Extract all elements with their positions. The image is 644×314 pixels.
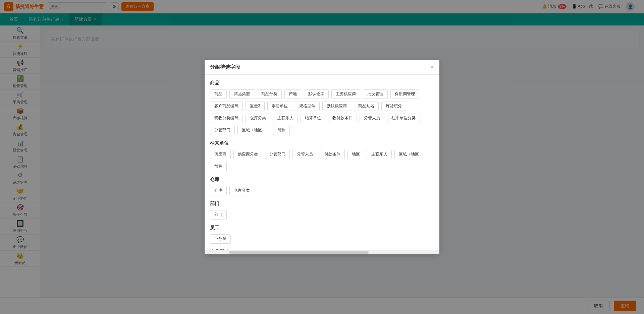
field-tags-employee: 业务员 [210,234,434,244]
modal-title: 分组待选字段 [210,64,240,70]
field-tag[interactable]: 批次管理 [363,89,388,99]
field-tag[interactable]: 商品类型 [229,89,254,99]
section-title-employee: 员工 [210,225,434,231]
field-tag[interactable]: 主要供应商 [331,89,360,99]
field-select-modal: 分组待选字段 × 商品商品商品类型商品分类产地默认仓库主要供应商批次管理保质期管… [205,60,439,254]
field-tag[interactable]: 区域（地区） [237,126,270,135]
field-tag[interactable]: 商品 [210,89,227,99]
field-tag[interactable]: 保质期管理 [390,89,419,99]
field-tag[interactable]: 仓库分类 [229,186,254,195]
modal-header: 分组待选字段 × [205,60,439,75]
field-tag[interactable]: 往来单位分类 [387,114,420,123]
field-tag[interactable]: 产地 [284,89,301,99]
field-tag[interactable]: 收付款条件 [328,114,357,123]
section-title-warehouse: 仓库 [210,177,434,183]
field-tag[interactable]: 客户商品编码 [210,102,243,111]
field-tag[interactable]: 主联系人 [273,114,298,123]
field-tag[interactable]: 区域（地区） [394,150,427,159]
field-tags-department: 部门 [210,210,434,219]
field-tag[interactable]: 简称 [210,162,227,171]
field-tag[interactable]: 简称 [273,126,290,135]
field-tag[interactable]: 地区 [347,150,364,159]
field-tag[interactable]: 分管部门 [265,150,290,159]
field-tag[interactable]: 规格型号 [295,102,320,111]
field-tag[interactable]: 仓库分类 [246,114,270,123]
field-tag[interactable]: 仓库 [210,186,227,195]
field-tags-goods: 商品商品类型商品分类产地默认仓库主要供应商批次管理保质期管理客户商品编码重量3零… [210,89,434,135]
field-tags-warehouse: 仓库仓库分类 [210,186,434,195]
field-tag[interactable]: 业务员 [210,234,231,244]
section-title-partner: 往来单位 [210,140,434,146]
section-goods: 商品商品商品类型商品分类产地默认仓库主要供应商批次管理保质期管理客户商品编码重量… [210,80,434,135]
field-tag[interactable]: 默认仓库 [304,89,329,99]
field-tag[interactable]: 分管人员 [292,150,317,159]
modal-body[interactable]: 商品商品商品类型商品分类产地默认仓库主要供应商批次管理保质期管理客户商品编码重量… [205,75,439,250]
section-employee: 员工业务员 [210,225,434,244]
field-tag[interactable]: 默认供应商 [322,102,351,111]
field-tag[interactable]: 税收分类编码 [210,114,243,123]
modal-overlay: 分组待选字段 × 商品商品商品类型商品分类产地默认仓库主要供应商批次管理保质期管… [0,0,644,314]
field-tag[interactable]: 分管人员 [360,114,384,123]
modal-horizontal-scrollbar[interactable] [205,250,439,254]
field-tag[interactable]: 供应商分类 [233,150,262,159]
field-tag[interactable]: 重量3 [246,102,265,111]
field-tag[interactable]: 分管部门 [210,126,235,135]
field-tag[interactable]: 零售单位 [267,102,292,111]
field-tag[interactable]: 部门 [210,210,227,219]
section-department: 部门部门 [210,201,434,219]
field-tag[interactable]: 主联系人 [367,150,392,159]
field-tag[interactable]: 付款条件 [320,150,345,159]
scrollbar-thumb [229,251,369,254]
section-title-department: 部门 [210,201,434,207]
field-tags-partner: 供应商供应商分类分管部门分管人员付款条件地区主联系人区域（地区）简称 [210,150,434,171]
field-tag[interactable]: 商品分类 [257,89,282,99]
field-tag[interactable]: 供应商 [210,150,231,159]
field-tag[interactable]: 结算单位 [301,114,325,123]
section-title-goods: 商品 [210,80,434,86]
field-tag[interactable]: 炼货积分 [381,102,406,111]
section-partner: 往来单位供应商供应商分类分管部门分管人员付款条件地区主联系人区域（地区）简称 [210,140,434,171]
modal-close-button[interactable]: × [430,64,434,71]
section-warehouse: 仓库仓库仓库分类 [210,177,434,195]
field-tag[interactable]: 商品别名 [354,102,379,111]
